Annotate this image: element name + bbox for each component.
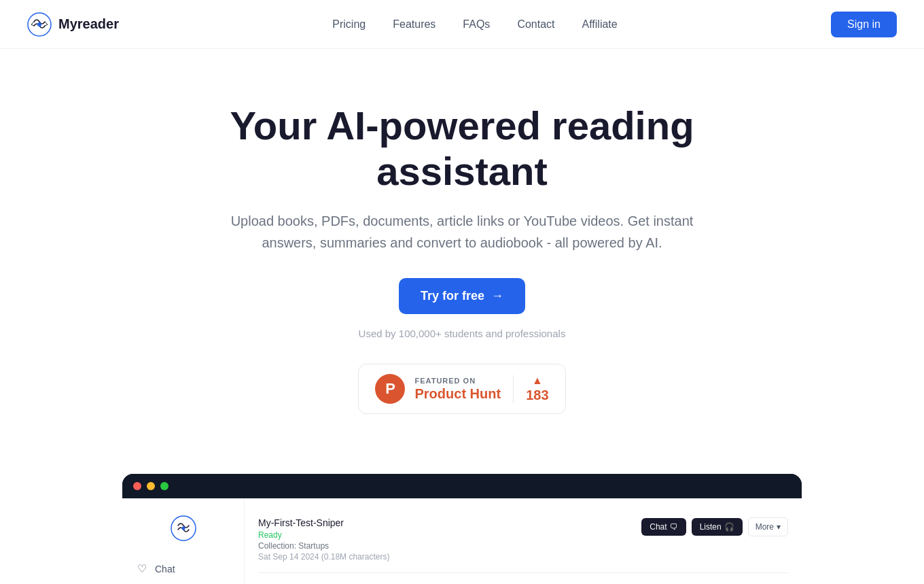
doc-info-1: My-First-Test-Sniper Ready Collection: S… [258,517,641,562]
try-free-button[interactable]: Try for free → [399,278,525,314]
ph-vote-count: 183 [526,388,548,403]
doc-title-1: My-First-Test-Sniper [258,517,598,528]
logo[interactable]: Myreader [27,12,119,37]
hero-section: Your AI-powered reading assistant Upload… [0,49,924,474]
logo-text: Myreader [58,16,119,32]
product-hunt-text-area: FEATURED ON Product Hunt [414,377,501,402]
sidebar-logo [122,509,244,555]
sidebar-item-chat[interactable]: ♡ Chat [122,555,244,582]
listen-button-1[interactable]: Listen 🎧 [692,518,743,536]
upvote-icon: ▲ [532,375,543,386]
app-topbar [122,474,802,498]
chat-icon-btn: 🗨 [670,522,678,532]
minimize-dot [147,482,155,490]
hero-subtitle: Upload books, PDFs, documents, article l… [224,210,700,254]
chat-button-1[interactable]: Chat 🗨 [641,518,686,536]
sidebar-logo-icon [170,515,197,542]
navbar: Myreader Pricing Features FAQs Contact A… [0,0,924,49]
product-hunt-badge[interactable]: P FEATURED ON Product Hunt ▲ 183 [358,364,565,414]
nav-links: Pricing Features FAQs Contact Affiliate [332,18,617,31]
table-row: My-First-Test-Sniper Ready Collection: S… [258,506,788,573]
product-hunt-icon: P [375,374,405,404]
app-sidebar: ♡ Chat ↑ Upload ☰ Library 🔖 History [122,498,245,584]
doc-collection-1: Collection: Startups [258,541,641,551]
arrow-icon: → [491,289,503,303]
ph-votes-area: ▲ 183 [513,375,548,403]
app-preview-wrapper: ♡ Chat ↑ Upload ☰ Library 🔖 History [0,474,924,584]
close-dot [133,482,141,490]
document-list: My-First-Test-Sniper Ready Collection: S… [245,498,802,584]
used-by-text: Used by 100,000+ students and profession… [359,328,566,339]
ph-name: Product Hunt [414,386,501,402]
chevron-down-icon: ▾ [777,522,781,532]
doc-status-1: Ready [258,530,641,540]
ph-featured-label: FEATURED ON [414,377,476,385]
nav-faqs[interactable]: FAQs [463,18,490,31]
chat-icon: ♡ [136,562,148,575]
logo-icon [27,12,52,37]
more-button-1[interactable]: More ▾ [748,517,788,536]
nav-pricing[interactable]: Pricing [332,18,366,31]
doc-actions-1: Chat 🗨 Listen 🎧 More ▾ [641,517,788,536]
doc-date-1: Sat Sep 14 2024 (0.18M characters) [258,552,641,562]
table-row: Linears_unconventional_approach_to_build… [258,573,788,584]
app-content: ♡ Chat ↑ Upload ☰ Library 🔖 History [122,498,802,584]
svg-point-3 [181,527,185,530]
nav-affiliate[interactable]: Affiliate [582,18,618,31]
listen-icon-btn: 🎧 [724,522,734,532]
nav-features[interactable]: Features [393,18,436,31]
maximize-dot [160,482,168,490]
signin-button[interactable]: Sign in [831,12,897,37]
nav-contact[interactable]: Contact [517,18,554,31]
svg-point-1 [37,22,41,27]
app-preview: ♡ Chat ↑ Upload ☰ Library 🔖 History [122,474,802,584]
hero-title: Your AI-powered reading assistant [190,103,734,194]
